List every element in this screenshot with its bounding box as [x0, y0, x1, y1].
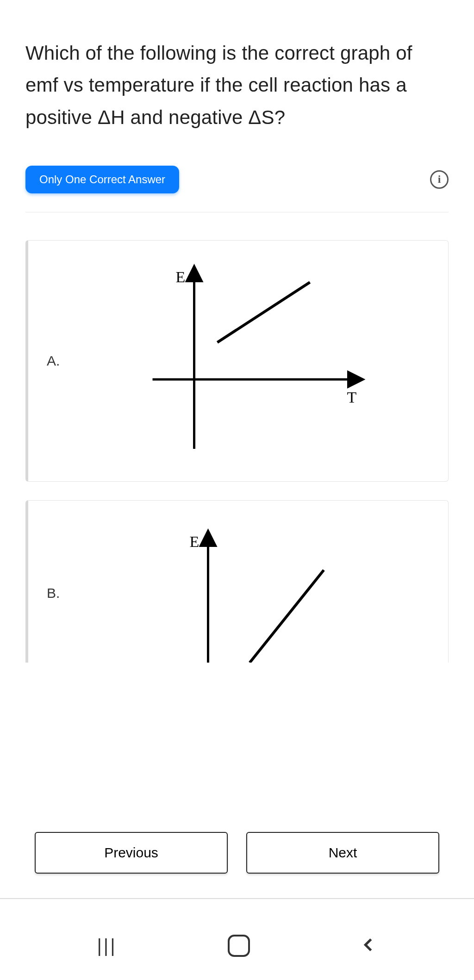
- info-icon[interactable]: i: [430, 170, 449, 189]
- home-icon[interactable]: [228, 935, 250, 957]
- y-axis-label: E: [190, 533, 200, 550]
- option-b-graph: E: [88, 524, 430, 663]
- option-b[interactable]: B. E: [25, 500, 449, 663]
- option-letter: A.: [47, 353, 70, 369]
- previous-button[interactable]: Previous: [35, 832, 228, 874]
- back-icon[interactable]: [361, 937, 377, 955]
- option-letter: B.: [47, 585, 70, 601]
- divider: [0, 898, 474, 899]
- next-button[interactable]: Next: [246, 832, 439, 874]
- meta-row: Only One Correct Answer i: [25, 166, 449, 212]
- system-nav-bar: |||: [0, 935, 474, 957]
- recent-apps-icon[interactable]: |||: [97, 936, 117, 956]
- y-axis-label: E: [176, 268, 186, 285]
- question-text: Which of the following is the correct gr…: [25, 37, 449, 133]
- navigation-row: Previous Next: [0, 818, 474, 874]
- svg-line-2: [218, 282, 310, 342]
- options-list: A. E T: [25, 240, 449, 663]
- option-a[interactable]: A. E T: [25, 240, 449, 482]
- x-axis-label: T: [347, 389, 357, 406]
- option-a-graph: E T: [88, 264, 430, 458]
- svg-line-4: [250, 570, 324, 663]
- answer-type-badge: Only One Correct Answer: [25, 166, 179, 193]
